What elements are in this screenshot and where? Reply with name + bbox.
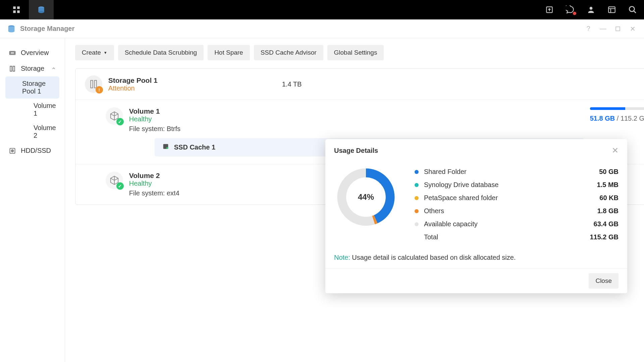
legend-row: Synology Drive database1.5 MB (415, 178, 619, 191)
legend-dot-icon (415, 222, 419, 226)
svg-rect-19 (91, 80, 93, 88)
sidebar-item-volume2[interactable]: Volume 2 (5, 121, 59, 143)
legend-dot-icon (415, 170, 419, 174)
legend-dot-icon (415, 196, 419, 200)
pool-status: Attention (108, 84, 276, 92)
sidebar-item-label: HDD/SSD (21, 147, 51, 155)
pool-name: Storage Pool 1 (108, 76, 276, 84)
legend-value: 60 KB (599, 194, 619, 202)
button-label: Hot Spare (214, 49, 243, 56)
volume-status: Healthy (129, 115, 584, 123)
usage-donut-chart: 44% (334, 165, 398, 229)
pool-header: ! Storage Pool 1 Attention 1.4 TB ••• (75, 69, 644, 100)
button-label: Schedule Data Scrubbing (125, 49, 197, 56)
svg-rect-14 (10, 66, 12, 71)
svg-rect-15 (13, 66, 15, 71)
volume-icon: ✓ (106, 172, 123, 189)
legend-row: PetaSpace shared folder60 KB (415, 191, 619, 204)
svg-rect-20 (94, 80, 96, 88)
ok-badge-icon: ✓ (116, 182, 124, 190)
notification-dot-icon (573, 12, 576, 15)
ssd-cache-icon (162, 143, 169, 152)
caret-down-icon: ▼ (104, 51, 107, 55)
legend-label: Total (424, 233, 590, 241)
sidebar-item-label: Storage (21, 65, 44, 72)
legend-label: Available capacity (424, 220, 594, 228)
usage-text: 51.8 GB / 115.2 GB (590, 115, 644, 122)
hdd-icon (9, 147, 16, 155)
svg-rect-8 (608, 7, 615, 12)
legend-value: 1.5 MB (597, 181, 619, 189)
window-title: Storage Manager (20, 25, 74, 33)
legend-label: PetaSpace shared folder (424, 194, 599, 202)
legend-dot-icon (415, 209, 419, 213)
ssd-cache-advisor-button[interactable]: SSD Cache Advisor (254, 45, 323, 60)
schedule-scrubbing-button[interactable]: Schedule Data Scrubbing (118, 45, 204, 60)
svg-rect-11 (616, 27, 620, 31)
app-icon (7, 24, 16, 34)
sidebar-item-label: Volume 1 (34, 102, 56, 117)
svg-rect-3 (17, 10, 20, 13)
sidebar-item-overview[interactable]: Overview (5, 45, 59, 61)
volume-filesystem: File system: Btrfs (129, 125, 584, 133)
sidebar-item-label: Volume 2 (34, 124, 56, 139)
svg-rect-0 (13, 6, 16, 9)
button-label: Close (595, 277, 612, 285)
close-icon[interactable]: ✕ (628, 24, 637, 34)
svg-rect-2 (13, 10, 16, 13)
legend-value: 63.4 GB (594, 220, 619, 228)
modal-close-icon[interactable]: ✕ (612, 146, 619, 155)
user-icon[interactable] (584, 2, 598, 17)
close-button[interactable]: Close (589, 273, 619, 289)
volume-filesystem: File system: ext4 (129, 189, 270, 197)
sidebar-item-storage[interactable]: Storage (5, 61, 59, 76)
upload-icon[interactable] (542, 2, 557, 17)
sidebar: Overview Storage Storage Pool 1 Volume 1… (0, 38, 65, 362)
legend-value: 1.8 GB (597, 207, 619, 215)
svg-point-5 (38, 11, 44, 13)
legend-row: Total115.2 GB (415, 231, 619, 244)
legend-label: Others (424, 207, 597, 215)
button-label: Create (82, 49, 101, 56)
chat-icon[interactable] (563, 2, 578, 17)
legend: Shared Folder50 GBSynology Drive databas… (415, 165, 619, 244)
usage-bar (590, 107, 644, 110)
sidebar-item-volume1[interactable]: Volume 1 (5, 99, 59, 121)
minimize-icon[interactable]: — (598, 24, 608, 34)
sidebar-item-label: Storage Pool 1 (22, 80, 46, 95)
ssd-cache-label: SSD Cache 1 (174, 143, 215, 151)
sidebar-item-label: Overview (21, 49, 49, 57)
pool-icon: ! (85, 75, 102, 93)
legend-value: 50 GB (599, 168, 619, 176)
svg-rect-13 (10, 52, 14, 54)
search-icon[interactable] (625, 2, 640, 17)
modal-note: Note: Usage detail is calculated based o… (325, 250, 627, 268)
volume-name: Volume 1 (129, 107, 584, 115)
legend-row: Shared Folder50 GB (415, 165, 619, 178)
widgets-icon[interactable] (604, 2, 619, 17)
svg-point-7 (590, 7, 593, 10)
taskbar-storage-manager-icon[interactable] (29, 0, 54, 19)
legend-dot-icon (415, 183, 419, 187)
chevron-up-icon (51, 65, 56, 72)
global-settings-button[interactable]: Global Settings (327, 45, 384, 60)
svg-point-18 (12, 150, 13, 151)
modal-title: Usage Details (334, 147, 378, 155)
svg-rect-1 (17, 6, 20, 9)
overview-icon (9, 49, 16, 57)
ok-badge-icon: ✓ (116, 118, 124, 125)
pool-size: 1.4 TB (282, 80, 302, 88)
sidebar-item-pool1[interactable]: Storage Pool 1 (5, 76, 59, 99)
volume-icon: ✓ (106, 107, 123, 125)
sidebar-item-hddssd[interactable]: HDD/SSD (5, 143, 59, 159)
taskbar-apps-icon[interactable] (4, 0, 29, 19)
hot-spare-button[interactable]: Hot Spare (208, 45, 250, 60)
legend-value: 115.2 GB (590, 233, 619, 241)
create-button[interactable]: Create ▼ (75, 45, 114, 60)
donut-center-label: 44% (334, 165, 398, 229)
maximize-icon[interactable] (613, 24, 623, 34)
help-icon[interactable]: ? (584, 24, 593, 34)
storage-icon (9, 65, 16, 72)
usage-details-modal: Usage Details ✕ 44% Shared Folder50 GBSy… (325, 139, 627, 293)
button-label: Global Settings (334, 49, 377, 56)
